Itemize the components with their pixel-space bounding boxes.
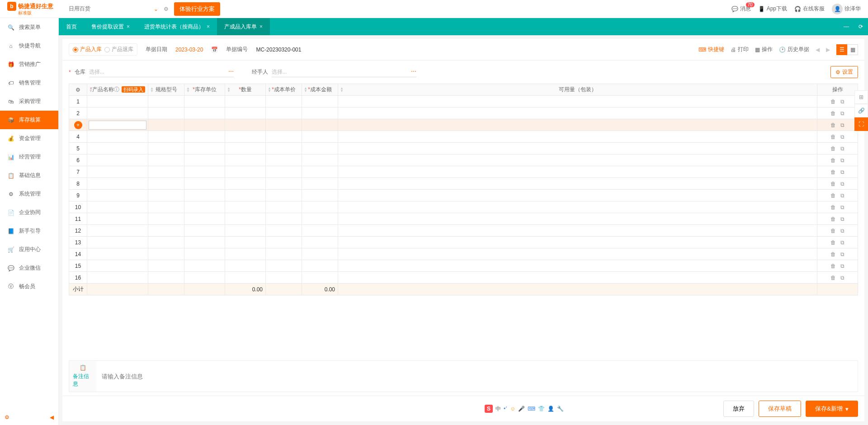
- calendar-icon[interactable]: 📅: [211, 47, 218, 53]
- table-row[interactable]: 13🗑⧉: [69, 237, 858, 248]
- ime-smile-icon[interactable]: ☺: [510, 406, 515, 412]
- copy-icon[interactable]: ⧉: [840, 275, 844, 281]
- store-select[interactable]: 日用百货 ⌄: [69, 5, 158, 13]
- copy-icon[interactable]: ⧉: [840, 251, 844, 257]
- sidebar-item[interactable]: 📘新手引导: [0, 222, 58, 240]
- sidebar-item[interactable]: 💬企业微信: [0, 259, 58, 277]
- copy-icon[interactable]: ⧉: [840, 169, 844, 175]
- tab[interactable]: 售价提取设置×: [84, 18, 137, 35]
- table-row[interactable]: 2🗑⧉: [69, 107, 858, 119]
- tab[interactable]: 进货单统计表（按商品）×: [137, 18, 217, 35]
- table-row[interactable]: 12🗑⧉: [69, 225, 858, 237]
- delete-icon[interactable]: 🗑: [830, 181, 836, 187]
- delete-icon[interactable]: 🗑: [830, 122, 836, 128]
- sidebar-item[interactable]: 📋基础信息: [0, 166, 58, 185]
- add-row-button[interactable]: +: [74, 121, 82, 129]
- sidebar-item[interactable]: 📊经营管理: [0, 148, 58, 166]
- tab[interactable]: 产成品入库单×: [217, 18, 270, 35]
- table-row[interactable]: 5🗑⧉: [69, 143, 858, 154]
- copy-icon[interactable]: ⧉: [840, 239, 844, 246]
- delete-icon[interactable]: 🗑: [830, 110, 836, 117]
- delete-icon[interactable]: 🗑: [830, 134, 836, 140]
- th-gear[interactable]: ⚙: [69, 84, 87, 96]
- view-card-button[interactable]: ▦: [847, 44, 858, 55]
- delete-icon[interactable]: 🗑: [830, 157, 836, 163]
- save-new-button[interactable]: 保存&新增 ▾: [806, 401, 858, 417]
- table-row[interactable]: 6🗑⧉: [69, 154, 858, 166]
- radio-product-in[interactable]: 产品入库: [73, 46, 102, 53]
- sidebar-collapse-icon[interactable]: ◀: [50, 414, 54, 420]
- copy-icon[interactable]: ⧉: [840, 263, 844, 269]
- copy-icon[interactable]: ⧉: [840, 110, 844, 117]
- handler-select[interactable]: 选择... ⋯: [272, 67, 416, 77]
- tab-minimize-button[interactable]: —: [839, 18, 854, 35]
- sidebar-item[interactable]: 🛍采购管理: [0, 92, 58, 111]
- copy-icon[interactable]: ⧉: [840, 145, 844, 152]
- operation-link[interactable]: ▦ 操作: [755, 46, 773, 53]
- table-row[interactable]: 7🗑⧉: [69, 166, 858, 178]
- copy-icon[interactable]: ⧉: [840, 134, 844, 140]
- radio-product-out[interactable]: 产品退库: [104, 46, 133, 53]
- prev-icon[interactable]: ◀: [816, 47, 820, 53]
- copy-icon[interactable]: ⧉: [840, 216, 844, 222]
- copy-icon[interactable]: ⧉: [840, 98, 844, 105]
- table-row[interactable]: 15🗑⧉: [69, 260, 858, 272]
- ime-tool-icon[interactable]: 🔧: [557, 406, 564, 412]
- delete-icon[interactable]: 🗑: [830, 216, 836, 222]
- ime-icon[interactable]: S: [485, 405, 493, 413]
- history-link[interactable]: 🕑 历史单据: [779, 46, 809, 53]
- th-qty[interactable]: ▲▼ *数量: [225, 84, 266, 96]
- experience-button[interactable]: 体验行业方案: [174, 2, 220, 16]
- warehouse-select[interactable]: 选择... ⋯: [89, 67, 234, 77]
- discard-button[interactable]: 放弃: [723, 401, 754, 417]
- ime-skin-icon[interactable]: 👕: [538, 406, 545, 412]
- sidebar-item[interactable]: 🏷销售管理: [0, 74, 58, 92]
- sidebar-item[interactable]: 📦库存核算: [0, 111, 58, 129]
- delete-icon[interactable]: 🗑: [830, 228, 836, 234]
- sidebar-item[interactable]: Ⓥ畅会员: [0, 277, 58, 296]
- delete-icon[interactable]: 🗑: [830, 204, 836, 210]
- th-spec[interactable]: ▲▼ 规格型号: [148, 84, 184, 96]
- user-menu[interactable]: 👤 徐泽华: [832, 4, 861, 14]
- messages-link[interactable]: 💬 消息 70: [731, 5, 751, 13]
- table-row[interactable]: 4🗑⧉: [69, 131, 858, 143]
- delete-icon[interactable]: 🗑: [830, 98, 836, 105]
- table-row[interactable]: 9🗑⧉: [69, 190, 858, 201]
- th-unit[interactable]: ▲▼ *库存单位: [184, 84, 225, 96]
- delete-icon[interactable]: 🗑: [830, 251, 836, 257]
- table-row[interactable]: +🗑⧉: [69, 119, 858, 131]
- online-service-link[interactable]: 🎧 在线客服: [794, 5, 825, 13]
- sidebar-item[interactable]: 🛒应用中心: [0, 240, 58, 259]
- tab-refresh-button[interactable]: ⟳: [854, 18, 868, 35]
- scan-button[interactable]: 扫码录入: [122, 86, 145, 93]
- copy-icon[interactable]: ⧉: [840, 157, 844, 163]
- th-amount[interactable]: ▲▼ *成本金额: [302, 84, 338, 96]
- save-draft-button[interactable]: 保存草稿: [759, 401, 801, 417]
- delete-icon[interactable]: 🗑: [830, 192, 836, 199]
- delete-icon[interactable]: 🗑: [830, 239, 836, 246]
- product-name-input[interactable]: [89, 121, 146, 130]
- ime-mic-icon[interactable]: 🎤: [518, 406, 525, 412]
- shortcut-link[interactable]: ⌨ 快捷键: [698, 46, 724, 53]
- ime-lang[interactable]: 中: [495, 405, 501, 413]
- right-tool-expand[interactable]: ⛶: [854, 117, 868, 131]
- delete-icon[interactable]: 🗑: [830, 263, 836, 269]
- close-icon[interactable]: ×: [259, 23, 263, 30]
- sidebar-item[interactable]: 📄企业协同: [0, 203, 58, 222]
- app-download-link[interactable]: 📱 App下载: [758, 5, 787, 13]
- delete-icon[interactable]: 🗑: [830, 145, 836, 152]
- copy-icon[interactable]: ⧉: [840, 228, 844, 234]
- remarks-input[interactable]: [96, 361, 858, 392]
- sidebar-item[interactable]: 🔍搜索菜单: [0, 18, 58, 37]
- sidebar-item[interactable]: ⚙系统管理: [0, 185, 58, 203]
- table-row[interactable]: 10🗑⧉: [69, 201, 858, 213]
- sidebar-item[interactable]: 💰资金管理: [0, 129, 58, 148]
- sidebar-gear-icon[interactable]: ⚙: [5, 414, 9, 420]
- copy-icon[interactable]: ⧉: [840, 204, 844, 210]
- table-row[interactable]: 11🗑⧉: [69, 213, 858, 225]
- copy-icon[interactable]: ⧉: [840, 181, 844, 187]
- table-row[interactable]: 16🗑⧉: [69, 272, 858, 284]
- settings-button[interactable]: ⚙ 设置: [830, 66, 858, 78]
- next-icon[interactable]: ▶: [826, 47, 830, 53]
- view-list-button[interactable]: ☰: [836, 44, 847, 55]
